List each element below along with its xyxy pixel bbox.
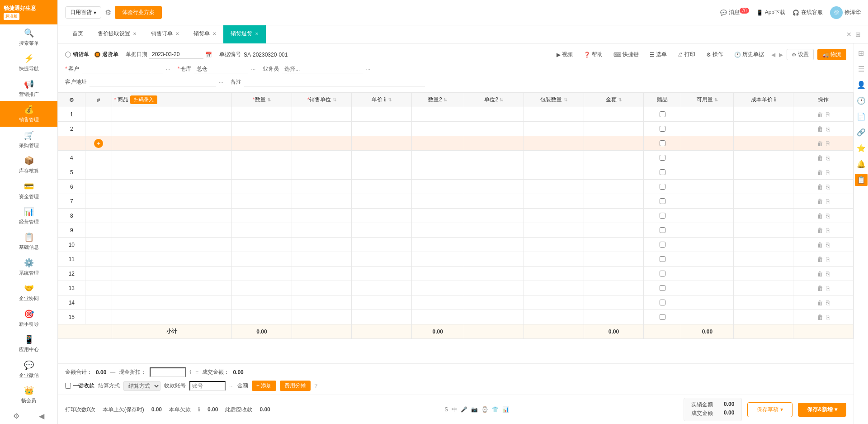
topbar-settings-icon[interactable]: ⚙: [105, 8, 111, 17]
right-icon-clock[interactable]: 🕐: [855, 95, 868, 107]
save-new-button[interactable]: 保存&新增 ▾: [798, 403, 846, 417]
add-row-button[interactable]: +: [94, 139, 103, 148]
date-input[interactable]: [149, 50, 203, 59]
radio-delivery-input[interactable]: [65, 52, 71, 57]
row-qty[interactable]: [232, 122, 292, 136]
tab-home[interactable]: 首页: [65, 25, 90, 43]
discount-help-icon[interactable]: ℹ: [189, 369, 192, 376]
user-item[interactable]: 徐 徐泽华: [830, 6, 861, 19]
row-qty[interactable]: [232, 136, 292, 151]
tab-sales-delivery[interactable]: 销货单 ✕: [186, 25, 223, 43]
expand-icon[interactable]: ⊞: [855, 31, 861, 38]
row-product[interactable]: [112, 107, 232, 122]
right-icon-bell[interactable]: 🔔: [855, 158, 868, 170]
row-price[interactable]: [352, 136, 412, 151]
customer-input[interactable]: [82, 65, 163, 73]
row-unit2[interactable]: [464, 136, 524, 151]
address-select-icon[interactable]: ···: [219, 79, 223, 86]
radio-return[interactable]: 退货单: [94, 51, 118, 58]
gift-checkbox[interactable]: [660, 198, 665, 204]
copy-row-icon[interactable]: ⎘: [826, 111, 830, 118]
row-avail[interactable]: [681, 107, 734, 122]
history-btn[interactable]: 🕐 历史单据: [731, 49, 768, 60]
settings-bottom-icon[interactable]: ⚙: [13, 412, 19, 420]
sidebar-item-member[interactable]: 👑 畅会员: [0, 382, 57, 408]
row-unit2[interactable]: [464, 122, 524, 136]
row-amount[interactable]: [584, 122, 644, 136]
tab-sales-return-close[interactable]: ✕: [255, 31, 259, 36]
row-gift[interactable]: [644, 136, 681, 151]
address-input[interactable]: [90, 78, 216, 86]
operate-btn[interactable]: ⚙ 操作: [703, 49, 727, 60]
copy-row-icon[interactable]: ⎘: [826, 299, 830, 306]
delete-row-icon[interactable]: 🗑: [817, 285, 823, 292]
app-download-item[interactable]: 📱 App下载: [756, 9, 785, 16]
radio-delivery[interactable]: 销货单: [65, 51, 89, 58]
delete-row-icon[interactable]: 🗑: [817, 198, 823, 205]
remark-input[interactable]: [244, 78, 425, 86]
add-row-cell[interactable]: +: [85, 136, 112, 151]
row-pack[interactable]: [524, 122, 584, 136]
warehouse-select-icon[interactable]: ···: [251, 66, 255, 72]
logistics-btn[interactable]: 🚚 物流: [817, 49, 846, 60]
right-icon-user[interactable]: 👤: [855, 79, 868, 91]
copy-row-icon[interactable]: ⎘: [826, 314, 830, 321]
row-pack[interactable]: [524, 136, 584, 151]
copy-row-icon[interactable]: ⎘: [826, 212, 830, 219]
row-cost[interactable]: [733, 107, 793, 122]
gift-checkbox[interactable]: [660, 314, 665, 320]
th-unit2-sort[interactable]: ⇅: [500, 97, 503, 102]
gift-checkbox[interactable]: [660, 300, 665, 305]
account-input[interactable]: [189, 381, 226, 391]
gift-checkbox[interactable]: [660, 155, 665, 161]
select-btn[interactable]: ☰ 选单: [646, 49, 670, 60]
copy-row-icon[interactable]: ⎘: [826, 169, 830, 176]
copy-row-icon[interactable]: ⎘: [826, 198, 830, 205]
sidebar-item-enterprise[interactable]: 🤝 企业协同: [0, 280, 57, 305]
row-product-input[interactable]: [112, 136, 232, 151]
one-key-payment-input[interactable]: [65, 383, 71, 389]
tab-price-setting-close[interactable]: ✕: [133, 31, 137, 36]
online-service-item[interactable]: 🎧 在线客服: [793, 9, 823, 16]
sidebar-item-shortcuts[interactable]: ⚡ 快捷导航: [0, 50, 57, 75]
th-price-sort[interactable]: ⇅: [388, 97, 392, 102]
delete-row-icon[interactable]: 🗑: [817, 140, 823, 147]
gift-checkbox[interactable]: [660, 184, 665, 190]
right-icon-active[interactable]: 📋: [855, 174, 868, 186]
row-cost[interactable]: [733, 136, 793, 151]
product-input-field[interactable]: [114, 140, 230, 147]
tool-icon-2[interactable]: 中: [452, 406, 457, 414]
delete-row-icon[interactable]: 🗑: [817, 154, 823, 162]
tab-sales-order-close[interactable]: ✕: [175, 31, 179, 36]
copy-row-icon[interactable]: ⎘: [826, 256, 830, 263]
copy-row-icon[interactable]: ⎘: [826, 227, 830, 234]
account-select-icon[interactable]: ···: [229, 383, 234, 389]
staff-input[interactable]: [282, 65, 363, 73]
gift-checkbox[interactable]: [660, 271, 665, 276]
tab-sales-return[interactable]: 销货退货 ✕: [223, 25, 266, 43]
row-gift[interactable]: [644, 122, 681, 136]
settings-btn[interactable]: ⚙ 设置: [787, 49, 814, 60]
warehouse-input[interactable]: [194, 65, 248, 73]
tool-icon-4[interactable]: 📷: [471, 406, 478, 413]
right-icon-link[interactable]: 🔗: [855, 126, 868, 138]
row-cost[interactable]: [733, 122, 793, 136]
add-payment-button[interactable]: + 添加: [252, 381, 276, 391]
sidebar-item-marketing[interactable]: 📢 营销推广: [0, 76, 57, 101]
prev-icon[interactable]: ◀: [771, 52, 775, 58]
gift-checkbox[interactable]: [660, 256, 665, 262]
tool-icon-5[interactable]: ⌚: [481, 406, 488, 413]
calendar-icon[interactable]: 📅: [205, 52, 212, 58]
gift-checkbox[interactable]: [660, 285, 665, 291]
copy-row-icon[interactable]: ⎘: [826, 125, 830, 133]
th-qty2-sort[interactable]: ⇅: [443, 97, 447, 102]
radio-return-input[interactable]: [94, 52, 100, 57]
row-price[interactable]: [352, 122, 412, 136]
copy-row-icon[interactable]: ⎘: [826, 270, 830, 277]
one-key-payment-checkbox[interactable]: 一键收款: [65, 382, 94, 390]
th-pack-sort[interactable]: ⇅: [564, 97, 567, 102]
fee-help-icon[interactable]: ?: [314, 383, 317, 389]
delete-row-icon[interactable]: 🗑: [817, 111, 823, 118]
th-qty-sort[interactable]: ⇅: [267, 97, 271, 102]
print-btn[interactable]: 🖨 打印: [674, 49, 699, 60]
